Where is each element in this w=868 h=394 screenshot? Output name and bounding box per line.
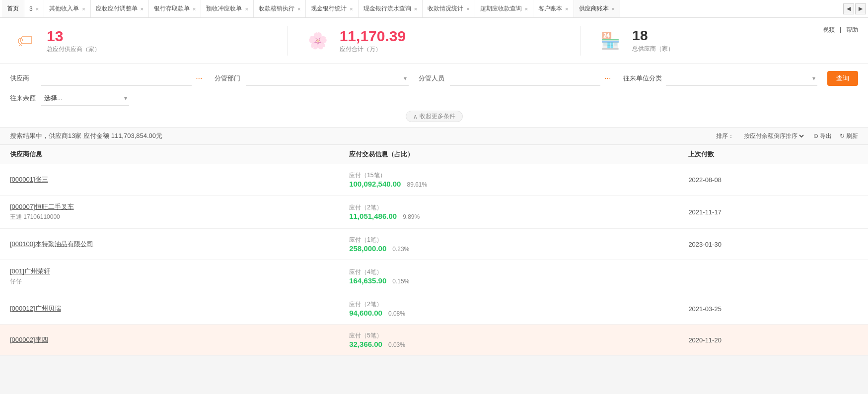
nav-tab-supplier-ledger[interactable]: 供应商账本 × [574, 0, 620, 18]
payable-percent: 0.23% [392, 246, 409, 253]
dept-select[interactable] [246, 71, 409, 86]
close-icon[interactable]: × [612, 6, 615, 12]
close-icon[interactable]: × [193, 6, 196, 12]
stats-divider-2 [580, 26, 580, 56]
payable-percent: 0.08% [388, 310, 405, 317]
filter-person: 分管人员 ··· [419, 71, 613, 86]
payable-amount-row: 11,051,486.009.89% [349, 212, 688, 220]
payable-percent: 0.03% [388, 341, 405, 348]
payable-percent: 89.61% [407, 181, 427, 188]
video-link[interactable]: 视频 [823, 26, 835, 34]
supplier-link[interactable]: [000100]本特勤油品有限公司 [10, 240, 93, 248]
payable-amount[interactable]: 11,051,486.00 [349, 212, 397, 220]
export-label: 导出 [820, 132, 832, 140]
close-icon[interactable]: × [350, 6, 353, 12]
close-icon[interactable]: × [297, 6, 300, 12]
close-icon[interactable]: × [414, 6, 417, 12]
unit-category-select-wrapper: ▾ [666, 71, 818, 86]
payable-info-cell: 应付（2笔）11,051,486.009.89% [349, 203, 688, 220]
stats-text-suppliers: 13 总应付供应商（家） [47, 28, 100, 54]
refresh-link[interactable]: ↻ 刷新 [840, 132, 858, 140]
nav-tab-customer-ledger[interactable]: 客户账本 × [533, 0, 574, 18]
supplier-label: 供应商 [10, 74, 37, 83]
last-pay-cell: 2022-08-08 [688, 176, 858, 184]
payable-desc: 应付（4笔） [349, 268, 688, 276]
table-area: 供应商信息 应付交易信息（占比） 上次付数 [000001]张三应付（15笔）1… [0, 145, 868, 356]
query-button[interactable]: 查询 [827, 71, 858, 86]
nav-tab-collection[interactable]: 收款核销执行 × [254, 0, 306, 18]
nav-tab-collection-stats[interactable]: 收款情况统计 × [423, 0, 475, 18]
nav-tab-adjustment[interactable]: 应收应付调整单 × [91, 0, 149, 18]
filter-area: 供应商 ··· 分管部门 ▾ 分管人员 ··· 往来单位分类 [0, 64, 868, 128]
sort-select[interactable]: 按应付余额倒序排序 [742, 132, 805, 140]
export-icon: ⊙ [813, 132, 818, 139]
sort-label: 排序： [716, 132, 734, 140]
export-link[interactable]: ⊙ 导出 [813, 132, 832, 140]
close-icon[interactable]: × [466, 6, 469, 12]
help-link[interactable]: 帮助 [846, 26, 858, 34]
collapse-up-icon: ∧ [413, 113, 418, 120]
result-summary: 搜索结果中，供应商13家 应付金额 111,703,854.00元 [10, 131, 162, 140]
supplier-link[interactable]: [000012]广州贝瑞 [10, 305, 61, 312]
nav-tab-home[interactable]: 首页 [2, 0, 24, 18]
close-icon[interactable]: × [565, 6, 568, 12]
col-payable-header: 应付交易信息（占比） [349, 150, 688, 159]
supplier-dots-icon[interactable]: ··· [196, 74, 202, 83]
payable-amount[interactable]: 100,092,540.00 [349, 180, 401, 188]
close-icon[interactable]: × [245, 6, 248, 12]
payable-desc: 应付（1笔） [349, 236, 688, 244]
person-dots-icon[interactable]: ··· [604, 74, 611, 83]
close-icon[interactable]: × [525, 6, 528, 12]
nav-tab-3[interactable]: 3 × [24, 0, 44, 18]
filter-unit-category: 往来单位分类 ▾ [623, 71, 818, 86]
nav-tab-other-income[interactable]: 其他收入单 × [44, 0, 90, 18]
payable-info-cell: 应付（4笔）164,635.900.15% [349, 268, 688, 285]
close-icon[interactable]: × [141, 6, 144, 12]
supplier-link[interactable]: [001]广州荣轩 [10, 267, 50, 275]
payable-desc: 应付（5笔） [349, 331, 688, 340]
supplier-info-cell: [000001]张三 [10, 175, 349, 184]
nav-tab-advance[interactable]: 预收冲应收单 × [201, 0, 253, 18]
close-icon[interactable]: × [36, 6, 39, 12]
last-pay-cell: 2023-01-30 [688, 241, 858, 248]
balance-select[interactable]: 选择... [41, 91, 129, 106]
payable-amount-row: 32,366.000.03% [349, 340, 688, 348]
refresh-label: 刷新 [846, 132, 858, 140]
nav-prev-button[interactable]: ◀ [843, 3, 854, 14]
payable-info-cell: 应付（5笔）32,366.000.03% [349, 331, 688, 348]
supplier-link[interactable]: [000002]李四 [10, 336, 48, 343]
nav-tab-cash-bank-stats[interactable]: 现金银行统计 × [306, 0, 358, 18]
stats-item-suppliers: 🏷 13 总应付供应商（家） [10, 26, 273, 56]
payable-amount[interactable]: 164,635.90 [349, 276, 386, 285]
separator: | [840, 26, 841, 34]
payable-total-label: 应付合计（万） [340, 45, 406, 54]
person-input[interactable] [450, 71, 600, 86]
top-right-links: 视频 | 帮助 [823, 26, 858, 34]
collapse-button[interactable]: ∧ 收起更多条件 [406, 111, 463, 122]
total-payable-suppliers-value: 13 [47, 28, 100, 44]
payable-amount[interactable]: 94,600.00 [349, 309, 382, 317]
stats-item-total-suppliers: 🏪 18 总供应商（家） [595, 26, 858, 56]
payable-amount[interactable]: 32,366.00 [349, 340, 382, 348]
supplier-input[interactable] [41, 71, 192, 86]
table-row: [000001]张三应付（15笔）100,092,540.0089.61%202… [0, 164, 868, 196]
right-actions: 排序： 按应付余额倒序排序 ⊙ 导出 ↻ 刷新 [716, 132, 858, 140]
table-row: [000100]本特勤油品有限公司应付（1笔）258,000.000.23%20… [0, 229, 868, 260]
payable-amount[interactable]: 258,000.00 [349, 244, 386, 253]
payable-amount-row: 258,000.000.23% [349, 244, 688, 253]
supplier-info-cell: [000007]恒旺二手叉车王通 17106110000 [10, 202, 349, 221]
balance-select-wrapper: 选择... ▾ [41, 91, 129, 106]
unit-category-select[interactable] [666, 71, 818, 86]
close-icon[interactable]: × [82, 6, 85, 12]
supplier-link[interactable]: [000001]张三 [10, 176, 48, 183]
top-nav: 首页 3 × 其他收入单 × 应收应付调整单 × 银行存取款单 × 预收冲应收单… [0, 0, 868, 18]
supplier-link[interactable]: [000007]恒旺二手叉车 [10, 203, 74, 210]
table-row: [000007]恒旺二手叉车王通 17106110000应付（2笔）11,051… [0, 196, 868, 229]
filter-supplier: 供应商 ··· [10, 71, 205, 86]
nav-tab-bank-deposit[interactable]: 银行存取款单 × [149, 0, 201, 18]
person-label: 分管人员 [419, 74, 446, 83]
nav-tab-cash-flow[interactable]: 现金银行流水查询 × [359, 0, 423, 18]
collapse-row: ∧ 收起更多条件 [10, 111, 858, 122]
nav-next-button[interactable]: ▶ [855, 3, 866, 14]
nav-tab-overdue[interactable]: 超期应收款查询 × [475, 0, 533, 18]
